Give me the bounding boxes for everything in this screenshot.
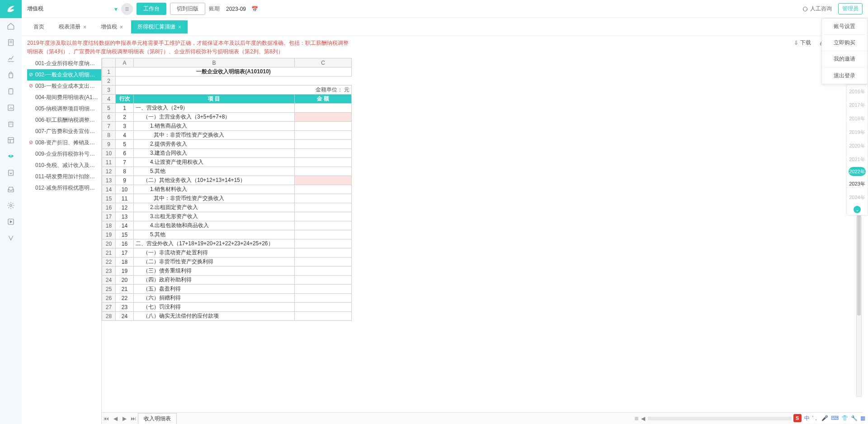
year-collapse-button[interactable]: ⌄ [847, 204, 868, 215]
list-icon[interactable] [121, 3, 133, 15]
cell-item[interactable]: 2.提供劳务收入 [134, 140, 295, 149]
cell-amount[interactable] [295, 131, 352, 140]
cell-item[interactable]: 4.让渡资产使用权收入 [134, 158, 295, 167]
nav-bag-icon[interactable] [0, 67, 22, 83]
ime-lang[interactable]: 中 [804, 414, 810, 422]
row-number[interactable]: 26 [102, 294, 116, 303]
row-number[interactable]: 13 [102, 176, 116, 185]
cell-item[interactable]: （八）确实无法偿付的应付款项 [134, 312, 295, 321]
nav-settings-icon[interactable] [0, 197, 22, 214]
year-item[interactable]: 2016年 [847, 85, 868, 98]
close-icon[interactable]: × [83, 24, 86, 30]
sheet-nav-first-icon[interactable]: ⏮ [102, 415, 111, 422]
module-dropdown[interactable]: 增值税 ▾ [27, 5, 118, 13]
nav-chart-icon[interactable] [0, 51, 22, 67]
year-item[interactable]: 2024年 [847, 191, 868, 204]
row-number[interactable]: 16 [102, 203, 116, 212]
cell-item[interactable]: 5.其他 [134, 230, 295, 239]
cell-rownum[interactable]: 1 [116, 104, 134, 113]
form-list-item[interactable]: ⊘008-资产折旧、摊销及纳税… [27, 137, 101, 148]
cell-amount[interactable] [295, 176, 352, 185]
cell-amount[interactable] [295, 122, 352, 131]
cell-item[interactable]: 3.建造合同收入 [134, 149, 295, 158]
year-item[interactable]: 2018年 [847, 112, 868, 125]
cell-rownum[interactable]: 17 [116, 248, 134, 257]
year-item[interactable]: 2020年 [847, 139, 868, 152]
cell-rownum[interactable]: 9 [116, 176, 134, 185]
nav-dashboard-icon[interactable] [0, 132, 22, 148]
user-menu-item[interactable]: 我的邀请 [822, 51, 867, 67]
cell-rownum[interactable]: 19 [116, 267, 134, 276]
cell-rownum[interactable]: 18 [116, 257, 134, 267]
row-number[interactable]: 24 [102, 276, 116, 285]
sheet-nav-last-icon[interactable]: ⏭ [129, 415, 138, 422]
user-menu-item[interactable]: 账号设置 [822, 19, 867, 35]
row-number[interactable]: 17 [102, 212, 116, 221]
period-value[interactable]: 2023-09 [226, 6, 246, 12]
download-button[interactable]: ⇩ 下载 [794, 39, 811, 47]
close-icon[interactable]: × [178, 24, 181, 30]
cell-rownum[interactable]: 24 [116, 312, 134, 321]
nav-building-icon[interactable] [0, 116, 22, 132]
cell-rownum[interactable]: 21 [116, 285, 134, 294]
user-menu-item[interactable]: 退出登录 [822, 67, 867, 84]
row-number[interactable]: 21 [102, 248, 116, 257]
cell-amount[interactable] [295, 239, 352, 248]
cell-item[interactable]: 5.其他 [134, 167, 295, 176]
row-number[interactable]: 6 [102, 113, 116, 122]
row-number[interactable]: 19 [102, 230, 116, 239]
cell-rownum[interactable]: 20 [116, 276, 134, 285]
row-number[interactable]: 14 [102, 185, 116, 194]
cell-amount[interactable] [295, 230, 352, 239]
col-header-b[interactable]: B [134, 58, 295, 67]
ime-mic-icon[interactable]: 🎤 [821, 415, 828, 421]
cell-item[interactable]: （二）非货币性资产交换利得 [134, 257, 295, 267]
row-number[interactable]: 22 [102, 257, 116, 267]
cell-amount[interactable] [295, 149, 352, 158]
nav-inbox-icon[interactable] [0, 181, 22, 197]
cell-rownum[interactable]: 4 [116, 131, 134, 140]
cell-item[interactable]: 一、营业收入（2+9） [134, 104, 295, 113]
user-menu-item[interactable]: 立即购买 [822, 35, 867, 51]
row-number[interactable]: 9 [102, 140, 116, 149]
cell-item[interactable]: 3.出租无形资产收入 [134, 212, 295, 221]
cell-item[interactable]: 1.销售商品收入 [134, 122, 295, 131]
form-list-item[interactable]: 009-企业所得税弥补亏损明… [27, 148, 101, 160]
form-list-item[interactable]: 012-减免所得税优惠明细表(… [27, 182, 101, 194]
cell-amount[interactable] [295, 194, 352, 203]
cell-rownum[interactable]: 8 [116, 167, 134, 176]
tab-0[interactable]: 首页 [27, 20, 51, 33]
cell-item[interactable]: 其中：非货币性资产交换收入 [134, 194, 295, 203]
spreadsheet[interactable]: A B C 1 一般企业收入明细表(A101010) 2 3金额单位： 元 [102, 58, 863, 412]
row-number[interactable]: 15 [102, 194, 116, 203]
cell-item[interactable]: （一）非流动资产处置利得 [134, 248, 295, 257]
form-list-item[interactable]: 005-纳税调整项目明细表(A1… [27, 103, 101, 114]
cell-amount[interactable] [295, 185, 352, 194]
cell-rownum[interactable]: 16 [116, 239, 134, 248]
row-number[interactable]: 7 [102, 122, 116, 131]
row-number[interactable]: 18 [102, 221, 116, 230]
row-number[interactable]: 28 [102, 312, 116, 321]
form-list-item[interactable]: ⊘002-一般企业收入明细表(A1… [27, 69, 101, 81]
ime-grid-icon[interactable]: ▦ [860, 415, 865, 421]
form-list-item[interactable]: 001-企业所得税年度纳税申… [27, 58, 101, 69]
row-number[interactable]: 27 [102, 303, 116, 312]
row-number[interactable]: 25 [102, 285, 116, 294]
cell-rownum[interactable]: 6 [116, 149, 134, 158]
nav-tax-icon[interactable] [0, 148, 22, 165]
col-header-a[interactable]: A [116, 58, 134, 67]
nav-doc-icon[interactable] [0, 34, 22, 51]
nav-play-icon[interactable] [0, 214, 22, 230]
year-item[interactable]: 2017年 [847, 98, 868, 112]
sheet-nav-prev-icon[interactable]: ◀ [111, 415, 120, 422]
cell-rownum[interactable]: 11 [116, 194, 134, 203]
cell-item[interactable]: 其中：非货币性资产交换收入 [134, 131, 295, 140]
row-number[interactable]: 10 [102, 149, 116, 158]
tab-2[interactable]: 增值税× [94, 20, 129, 33]
row-number[interactable]: 11 [102, 158, 116, 167]
cell-amount[interactable] [295, 294, 352, 303]
year-item[interactable]: 2021年 [847, 152, 868, 166]
row-number[interactable]: 8 [102, 131, 116, 140]
app-logo[interactable] [0, 0, 22, 18]
cell-amount[interactable] [295, 212, 352, 221]
